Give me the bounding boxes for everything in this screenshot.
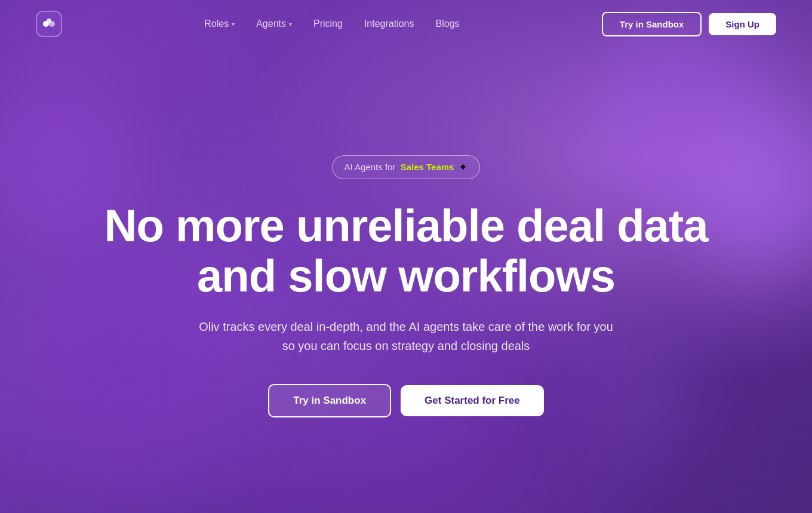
nav-try-sandbox-button[interactable]: Try in Sandbox [602,12,702,36]
hero-get-started-button[interactable]: Get Started for Free [401,385,544,416]
page: Roles ▾ Agents ▾ Pricing Integrations Bl… [0,0,812,513]
chevron-down-icon: ▾ [289,21,292,27]
sparkle-icon: ✦ [459,161,467,174]
nav-blogs[interactable]: Blogs [436,19,460,29]
logo-icon [36,11,62,37]
svg-point-2 [47,19,51,23]
hero-try-sandbox-button[interactable]: Try in Sandbox [268,384,391,417]
nav-links: Roles ▾ Agents ▾ Pricing Integrations Bl… [204,19,459,29]
hero-title: No more unreliable deal data and slow wo… [78,201,734,300]
nav-roles[interactable]: Roles ▾ [204,19,235,29]
navbar: Roles ▾ Agents ▾ Pricing Integrations Bl… [0,0,812,48]
hero-actions: Try in Sandbox Get Started for Free [268,384,544,417]
nav-integrations[interactable]: Integrations [364,19,414,29]
nav-pricing[interactable]: Pricing [313,19,343,29]
logo[interactable] [36,11,62,37]
chevron-down-icon: ▾ [232,21,235,27]
hero-subtitle: Oliv tracks every deal in-depth, and the… [199,317,613,355]
nav-sign-up-button[interactable]: Sign Up [709,13,776,35]
hero-badge: AI Agents for Sales Teams ✦ [332,155,481,179]
logo-svg [41,16,57,32]
nav-agents[interactable]: Agents ▾ [256,19,292,29]
hero-badge-text: AI Agents for Sales Teams [345,162,454,172]
nav-actions: Try in Sandbox Sign Up [602,12,776,36]
hero-section: AI Agents for Sales Teams ✦ No more unre… [0,48,812,513]
